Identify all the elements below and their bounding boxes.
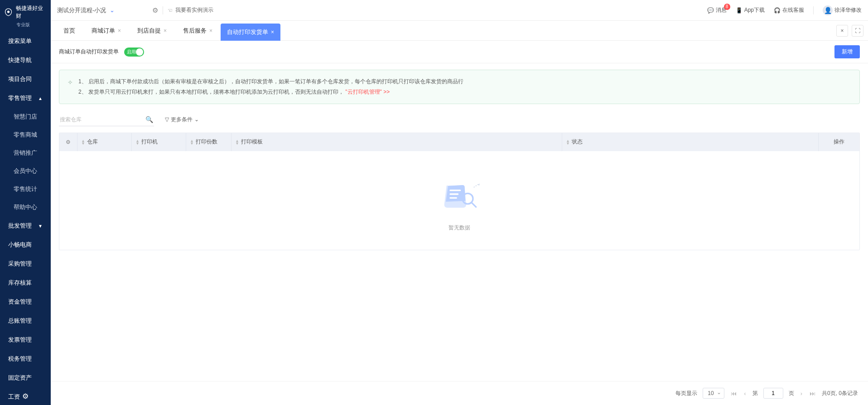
tab-mall-orders[interactable]: 商城订单× xyxy=(83,21,129,41)
sidebar-settings-button[interactable]: ⚙ xyxy=(0,387,51,405)
sort-icon: ▴▾ xyxy=(82,139,84,145)
per-page-label: 每页显示 xyxy=(675,390,697,397)
side-sub-marketing[interactable]: 营销推广 xyxy=(0,144,51,162)
tab-auto-print[interactable]: 自动打印发货单× xyxy=(221,24,280,41)
divider xyxy=(163,6,163,14)
avatar-icon: 👤 xyxy=(823,5,833,15)
first-page-button[interactable]: ⏮ xyxy=(730,390,738,397)
sidebar: 畅捷通好业财 专业版 搜索菜单 快捷导航 项目合同 零售管理▲ 智慧门店 零售商… xyxy=(0,0,51,405)
search-input-wrap: 🔍 xyxy=(59,113,154,126)
th-printer[interactable]: ▴▾打印机 xyxy=(132,133,186,151)
tab-aftersale[interactable]: 售后服务× xyxy=(175,21,221,41)
org-settings-button[interactable]: ⚙ xyxy=(152,6,158,14)
svg-marker-7 xyxy=(478,183,480,186)
chevron-down-icon: ⌄ xyxy=(194,116,199,123)
fullscreen-button[interactable]: ⛶ xyxy=(852,25,863,37)
next-page-button[interactable]: › xyxy=(800,390,803,397)
th-template[interactable]: ▴▾打印模板 xyxy=(231,133,562,151)
caret-up-icon: ▲ xyxy=(38,96,43,101)
svg-point-0 xyxy=(7,10,10,13)
demo-link[interactable]: ☜ 我要看实例演示 xyxy=(168,6,213,14)
side-item-project[interactable]: 项目合同 xyxy=(0,70,51,89)
download-button[interactable]: 📱 App下载 xyxy=(736,6,765,14)
side-item-quick[interactable]: 快捷导航 xyxy=(0,51,51,70)
cloud-printer-link[interactable]: "云打印机管理" >> xyxy=(345,89,390,95)
data-table: ⚙ ▴▾仓库 ▴▾打印机 ▴▾打印份数 ▴▾打印模板 ▴▾状态 操作 xyxy=(59,133,860,250)
sort-icon: ▴▾ xyxy=(191,139,193,145)
message-button[interactable]: 💬 消息 8 xyxy=(707,6,727,14)
service-button[interactable]: 🎧 在线客服 xyxy=(774,6,804,14)
side-item-wholesale[interactable]: 批发管理▼ xyxy=(0,216,51,235)
close-icon[interactable]: × xyxy=(118,28,121,34)
close-icon[interactable]: × xyxy=(271,29,274,35)
column-settings-button[interactable]: ⚙ xyxy=(59,133,77,151)
topbar: 测试分开流程-小况 ⌄ ⚙ ☜ 我要看实例演示 💬 消息 8 📱 App下载 xyxy=(51,0,868,21)
svg-rect-3 xyxy=(449,197,457,198)
close-icon[interactable]: × xyxy=(209,28,212,34)
sort-icon: ▴▾ xyxy=(567,139,569,145)
tab-home[interactable]: 首页 xyxy=(55,21,83,41)
side-menu: 搜索菜单 快捷导航 项目合同 零售管理▲ 智慧门店 零售商城 营销推广 会员中心… xyxy=(0,32,51,405)
hand-icon: ☜ xyxy=(168,7,173,14)
side-item-purchase[interactable]: 采购管理 xyxy=(0,254,51,273)
th-status[interactable]: ▴▾状态 xyxy=(562,133,819,151)
close-all-tabs-button[interactable]: × xyxy=(836,25,848,37)
filter-row: 🔍 ▽ 更多条件 ⌄ xyxy=(51,110,868,133)
filter-icon: ▽ xyxy=(165,116,169,123)
prev-page-button[interactable]: ‹ xyxy=(743,390,747,397)
logo-icon xyxy=(4,7,13,17)
side-item-ledger[interactable]: 总账管理 xyxy=(0,311,51,330)
search-icon[interactable]: 🔍 xyxy=(145,116,153,123)
bulb-icon: ✧ xyxy=(68,76,73,97)
user-menu[interactable]: 👤 徐泽华修改 xyxy=(823,5,862,15)
side-sub-smartstore[interactable]: 智慧门店 xyxy=(0,108,51,126)
side-sub-stats[interactable]: 零售统计 xyxy=(0,180,51,198)
empty-icon xyxy=(437,178,482,214)
th-warehouse[interactable]: ▴▾仓库 xyxy=(77,133,132,151)
side-item-inventory[interactable]: 库存核算 xyxy=(0,273,51,292)
th-copies[interactable]: ▴▾打印份数 xyxy=(186,133,231,151)
side-item-invoice[interactable]: 发票管理 xyxy=(0,330,51,349)
close-icon[interactable]: × xyxy=(164,28,167,34)
side-sub-member[interactable]: 会员中心 xyxy=(0,162,51,180)
info-tip: ✧ 1、 启用后，商城下单付款成功后（如果有审核是在审核之后），自动打印发货单，… xyxy=(59,70,860,104)
tip-line: 2、 发货单只可用云打印机来打，如果只有本地打印机，须将本地打印机添加为云打印机… xyxy=(78,87,463,97)
empty-state: 暂无数据 xyxy=(59,151,859,250)
svg-rect-2 xyxy=(449,193,458,195)
caret-down-icon: ▼ xyxy=(38,224,43,229)
tab-pickup[interactable]: 到店自提× xyxy=(129,21,175,41)
page-suffix: 页 xyxy=(789,390,794,397)
side-item-search[interactable]: 搜索菜单 xyxy=(0,32,51,51)
side-item-retail[interactable]: 零售管理▲ xyxy=(0,89,51,108)
brand-logo[interactable]: 畅捷通好业财 xyxy=(0,0,51,24)
new-button[interactable]: 新增 xyxy=(834,45,860,58)
side-item-ecom[interactable]: 小畅电商 xyxy=(0,235,51,254)
headset-icon: 🎧 xyxy=(774,7,781,14)
last-page-button[interactable]: ⏭ xyxy=(809,390,816,397)
side-item-asset[interactable]: 固定资产 xyxy=(0,368,51,387)
org-selector[interactable]: 测试分开流程-小况 ⌄ xyxy=(57,6,148,14)
page-input[interactable] xyxy=(763,388,783,399)
page-prefix: 第 xyxy=(752,390,758,397)
warehouse-search-input[interactable] xyxy=(60,116,145,123)
table-header: ⚙ ▴▾仓库 ▴▾打印机 ▴▾打印份数 ▴▾打印模板 ▴▾状态 操作 xyxy=(59,133,859,151)
page-size-select[interactable]: 10 xyxy=(703,388,724,399)
svg-rect-1 xyxy=(449,190,461,191)
side-sub-mall[interactable]: 零售商城 xyxy=(0,126,51,144)
side-item-tax[interactable]: 税务管理 xyxy=(0,349,51,368)
message-badge: 8 xyxy=(724,4,730,10)
enable-toggle[interactable]: 启用 xyxy=(124,48,144,57)
sort-icon: ▴▾ xyxy=(236,139,238,145)
side-item-fund[interactable]: 资金管理 xyxy=(0,292,51,311)
more-filters-button[interactable]: ▽ 更多条件 ⌄ xyxy=(165,116,199,124)
empty-text: 暂无数据 xyxy=(59,224,859,232)
brand-edition: 专业版 xyxy=(0,22,51,32)
tip-line: 1、 启用后，商城下单付款成功后（如果有审核是在审核之后），自动打印发货单，如果… xyxy=(78,76,463,87)
divider xyxy=(813,6,814,14)
chevron-down-icon: ⌄ xyxy=(110,7,115,14)
side-sub-help[interactable]: 帮助中心 xyxy=(0,198,51,216)
sort-icon: ▴▾ xyxy=(136,139,139,145)
th-op: 操作 xyxy=(819,133,859,151)
page-title: 商城订单自动打印发货单 xyxy=(59,48,119,56)
user-name: 徐泽华修改 xyxy=(834,6,862,14)
